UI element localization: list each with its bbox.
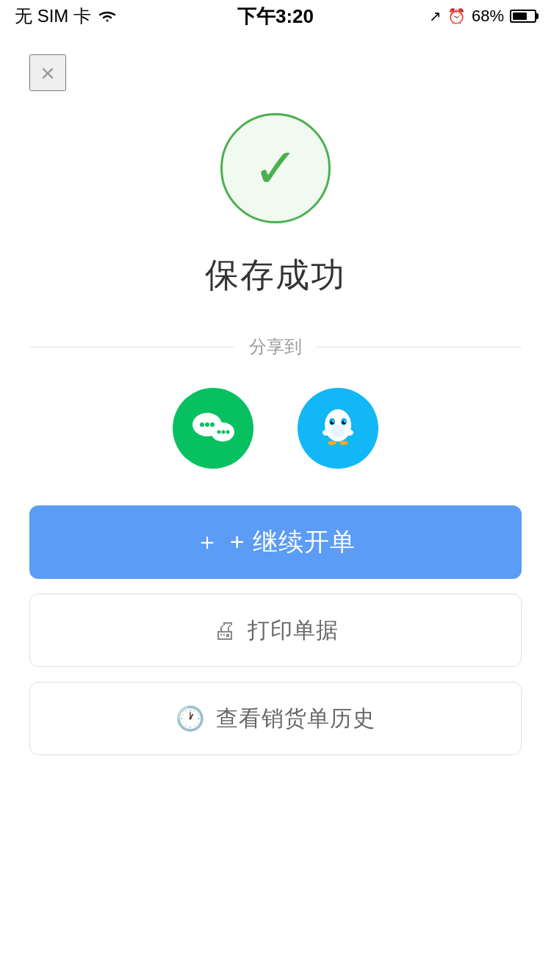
svg-point-4 <box>210 422 215 427</box>
wifi-icon <box>97 9 118 24</box>
svg-point-20 <box>323 430 330 436</box>
status-right: ↗ ⏰ 68% <box>429 7 536 26</box>
svg-point-5 <box>217 430 220 433</box>
location-icon: ↗ <box>429 7 442 25</box>
battery-percent: 68% <box>472 7 504 26</box>
carrier-text: 无 SIM 卡 <box>15 4 91 28</box>
share-icons <box>29 388 522 469</box>
qq-share-button[interactable] <box>298 388 378 469</box>
status-time: 下午3:20 <box>237 4 314 29</box>
wechat-icon <box>190 408 237 449</box>
status-carrier: 无 SIM 卡 <box>15 4 118 28</box>
print-label: 打印单据 <box>248 616 339 646</box>
battery-icon <box>510 10 536 23</box>
print-button[interactable]: 🖨 打印单据 <box>29 594 522 667</box>
share-label: 分享到 <box>249 335 302 359</box>
print-icon: 🖨 <box>213 617 237 644</box>
continue-new-button[interactable]: ＋ + 继续开单 <box>29 505 522 579</box>
svg-point-3 <box>205 422 209 427</box>
svg-point-10 <box>331 420 334 424</box>
battery-fill <box>513 12 527 20</box>
history-label: 查看销货单历史 <box>216 704 375 734</box>
status-bar: 无 SIM 卡 下午3:20 ↗ ⏰ 68% <box>0 0 551 32</box>
share-divider: 分享到 <box>29 335 522 359</box>
svg-point-18 <box>339 441 348 445</box>
continue-new-label: + 继续开单 <box>230 525 356 559</box>
page-content: × ✓ 保存成功 分享到 <box>0 32 551 980</box>
success-circle: ✓ <box>220 113 331 223</box>
success-title: 保存成功 <box>205 253 346 298</box>
qq-icon <box>316 405 360 453</box>
share-section: 分享到 <box>29 335 522 469</box>
svg-point-19 <box>346 430 353 436</box>
svg-point-6 <box>221 430 225 433</box>
svg-point-16 <box>331 425 345 437</box>
svg-point-7 <box>226 430 229 433</box>
divider-right <box>317 347 522 347</box>
action-buttons: ＋ + 继续开单 🖨 打印单据 🕐 查看销货单历史 <box>29 505 522 755</box>
checkmark-icon: ✓ <box>253 141 299 196</box>
history-icon: 🕐 <box>176 705 206 732</box>
divider-left <box>29 347 234 347</box>
history-button[interactable]: 🕐 查看销货单历史 <box>29 682 522 755</box>
svg-point-17 <box>328 441 336 445</box>
plus-icon: ＋ <box>195 526 220 558</box>
close-button[interactable]: × <box>29 54 66 91</box>
close-icon: × <box>40 60 55 85</box>
svg-point-11 <box>332 421 334 422</box>
svg-point-13 <box>342 420 346 424</box>
svg-point-2 <box>200 422 204 427</box>
svg-point-14 <box>344 421 345 422</box>
alarm-icon: ⏰ <box>447 7 466 25</box>
wechat-share-button[interactable] <box>173 388 253 469</box>
